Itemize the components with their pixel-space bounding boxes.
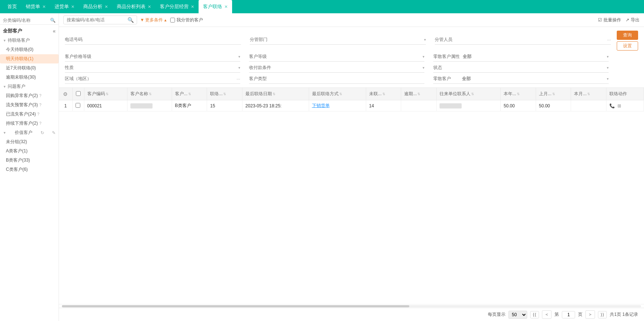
sidebar-item-churned[interactable]: 已流失客户(24) ? bbox=[0, 110, 59, 119]
export-button[interactable]: ↗ 导出 bbox=[626, 17, 640, 23]
sidebar-item-tomorrow-pending[interactable]: 明天待联络(1) bbox=[0, 54, 59, 63]
close-product-analysis-icon[interactable]: ✕ bbox=[105, 4, 108, 9]
row-overdue bbox=[401, 100, 437, 111]
row-last-contact-date: 2023-05-23 18:25: bbox=[242, 100, 309, 111]
sort-icon: ⇅ bbox=[552, 92, 555, 96]
more-icon[interactable]: ··· bbox=[237, 76, 240, 82]
sort-icon: ⇅ bbox=[273, 92, 276, 96]
more-icon[interactable]: ··· bbox=[607, 37, 611, 42]
sidebar-item-churn-warning[interactable]: 流失预警客户(3) ? bbox=[0, 100, 59, 110]
row-name: ██████ bbox=[127, 100, 172, 111]
nav-purchase-order[interactable]: 进货单 ✕ bbox=[50, 0, 79, 13]
chevron-down-icon: ▾ bbox=[238, 55, 240, 59]
sidebar-item-declining[interactable]: 持续下滑客户(2) ? bbox=[0, 119, 59, 128]
value-group-edit-icon[interactable]: ✎ bbox=[52, 130, 56, 135]
search-icon[interactable]: 🔍 bbox=[127, 17, 134, 23]
more-filter-button[interactable]: ▼ 更多条件 ▲ bbox=[140, 17, 167, 23]
last-contact-method-link[interactable]: 下销货单 bbox=[312, 103, 330, 108]
all-customers-header[interactable]: 全部客户 « bbox=[0, 26, 59, 36]
col-header-contacts: 联络... ⇅ bbox=[207, 88, 242, 100]
filter-price-grade[interactable]: 客户价格等级 ▾ bbox=[65, 54, 240, 62]
sort-icon: ⇅ bbox=[382, 92, 385, 96]
phone-action-icon[interactable]: 📞 bbox=[609, 103, 615, 108]
filter-retail-attr[interactable]: 零散客户属性 全部 ▾ bbox=[433, 54, 609, 62]
chevron-down-icon: ▾ bbox=[423, 55, 424, 59]
row-num: 1 bbox=[59, 100, 72, 111]
value-group-refresh-icon[interactable]: ↻ bbox=[41, 130, 44, 135]
filter-nature[interactable]: 性质 ▾ bbox=[65, 65, 240, 73]
chevron-down-icon: ▾ bbox=[238, 66, 240, 70]
collapse-icon[interactable]: « bbox=[53, 28, 56, 34]
filter-payment-terms[interactable]: 收付款条件 ▾ bbox=[249, 65, 424, 73]
help-icon[interactable]: ? bbox=[39, 121, 42, 125]
chevron-down-icon: ▾ bbox=[607, 66, 609, 70]
grid-action-icon[interactable]: ⊞ bbox=[617, 103, 621, 108]
sidebar-item-abnormal-repurchase[interactable]: 回购异常客户(2) ? bbox=[0, 91, 59, 100]
next-page-button[interactable]: ＞ bbox=[585, 310, 595, 319]
sidebar-item-7day-pending[interactable]: 近7天待联络(0) bbox=[0, 63, 59, 73]
my-customer-checkbox[interactable] bbox=[170, 18, 175, 23]
help-icon[interactable]: ? bbox=[39, 103, 42, 107]
close-product-analysis-list-icon[interactable]: ✕ bbox=[148, 4, 151, 9]
close-purchase-order-icon[interactable]: ✕ bbox=[71, 4, 74, 9]
sidebar-item-ungrouped[interactable]: 未分组(32) bbox=[0, 137, 59, 146]
sidebar-item-today-pending[interactable]: 今天待联络(0) bbox=[0, 45, 59, 54]
filter-dept[interactable]: 分管部门 ▾ bbox=[250, 37, 426, 45]
batch-op-icon: ☑ bbox=[598, 17, 602, 23]
filter-customer-type: 客户类型 bbox=[249, 76, 424, 84]
select-all-checkbox[interactable] bbox=[76, 91, 81, 96]
filter-customer-grade[interactable]: 客户等级 ▾ bbox=[249, 54, 424, 62]
col-header-settings: ⚙ bbox=[59, 88, 72, 100]
nav-customer-contact[interactable]: 客户联络 ✕ bbox=[199, 0, 232, 13]
nav-home[interactable]: 首页 bbox=[3, 0, 21, 13]
batch-operation-button[interactable]: ☑ 批量操作 bbox=[598, 17, 621, 23]
export-icon: ↗ bbox=[626, 17, 629, 23]
nav-sales-order[interactable]: 销货单 ✕ bbox=[21, 0, 50, 13]
filter-status[interactable]: 状态 ▾ bbox=[433, 65, 609, 73]
setting-button[interactable]: 设置 bbox=[617, 41, 638, 51]
col-header-name: 客户名称 ⇅ bbox=[127, 88, 172, 100]
nav-customer-stratification[interactable]: 客户分层经营 ✕ bbox=[155, 0, 199, 13]
col-header-last-contact-date: 最后联络日期 ⇅ bbox=[242, 88, 309, 100]
per-page-select[interactable]: 50 100 200 bbox=[508, 311, 527, 319]
filter-region[interactable]: 区域（地区） ··· bbox=[65, 76, 240, 84]
prev-page-button[interactable]: ＜ bbox=[542, 310, 552, 319]
first-page-button[interactable]: ⟨⟨ bbox=[530, 311, 539, 318]
row-type: B类客户 bbox=[172, 100, 207, 111]
chevron-down-icon: ▾ bbox=[607, 77, 609, 81]
top-navigation: 首页 销货单 ✕ 进货单 ✕ 商品分析 ✕ 商品分析列表 ✕ 客户分层经营 ✕ … bbox=[0, 0, 644, 13]
filter-retail-customer[interactable]: 零散客户 全部 ▾ bbox=[433, 76, 609, 84]
filter-row-4: 区域（地区） ··· 客户类型 零散客户 全部 ▾ bbox=[65, 76, 638, 84]
sort-icon: ⇅ bbox=[517, 92, 520, 96]
row-checkbox[interactable] bbox=[76, 103, 80, 108]
sidebar-item-a-class[interactable]: A类客户(1) bbox=[0, 146, 59, 156]
row-not-contact: 14 bbox=[366, 100, 401, 111]
data-table-container: ⚙ 客户编码 ⇅ 客户名称 bbox=[59, 88, 644, 304]
last-page-button[interactable]: ⟩⟩ bbox=[598, 311, 607, 318]
footer-pagination: 每页显示 50 100 200 ⟨⟨ ＜ 第 页 ＞ ⟩⟩ 共1页 1条记录 bbox=[59, 308, 644, 321]
col-header-type: 客户... ⇅ bbox=[172, 88, 207, 100]
close-customer-stratification-icon[interactable]: ✕ bbox=[191, 4, 194, 9]
sidebar-search-input[interactable] bbox=[3, 18, 50, 23]
help-icon[interactable]: ? bbox=[39, 94, 42, 98]
sort-icon: ⇅ bbox=[223, 92, 226, 96]
help-icon[interactable]: ? bbox=[37, 112, 39, 116]
sidebar-search-icon[interactable]: 🔍 bbox=[50, 18, 56, 23]
query-button[interactable]: 查询 bbox=[617, 31, 638, 40]
close-sales-order-icon[interactable]: ✕ bbox=[42, 4, 46, 9]
nav-product-analysis[interactable]: 商品分析 ✕ bbox=[79, 0, 112, 13]
scrollbar-thumb[interactable] bbox=[62, 305, 409, 307]
sort-icon: ⇅ bbox=[149, 92, 152, 96]
main-search-input[interactable] bbox=[67, 17, 127, 23]
sort-icon: ⇅ bbox=[339, 92, 342, 96]
sidebar-item-overdue-contact[interactable]: 逾期未联络(30) bbox=[0, 73, 59, 82]
nav-product-analysis-list[interactable]: 商品分析列表 ✕ bbox=[112, 0, 155, 13]
close-customer-contact-icon[interactable]: ✕ bbox=[224, 4, 228, 9]
sidebar-item-c-class[interactable]: C类客户(6) bbox=[0, 165, 59, 174]
settings-gear-icon[interactable]: ⚙ bbox=[63, 91, 68, 97]
my-customer-checkbox-container[interactable]: 我分管的客户 bbox=[170, 17, 203, 23]
content-area: 🔍 ▼ 更多条件 ▲ 我分管的客户 ☑ 批量操作 ↗ 导出 bbox=[59, 13, 644, 321]
sidebar-item-b-class[interactable]: B类客户(33) bbox=[0, 156, 59, 165]
horizontal-scrollbar[interactable] bbox=[59, 304, 644, 308]
page-number-input[interactable] bbox=[562, 311, 575, 318]
